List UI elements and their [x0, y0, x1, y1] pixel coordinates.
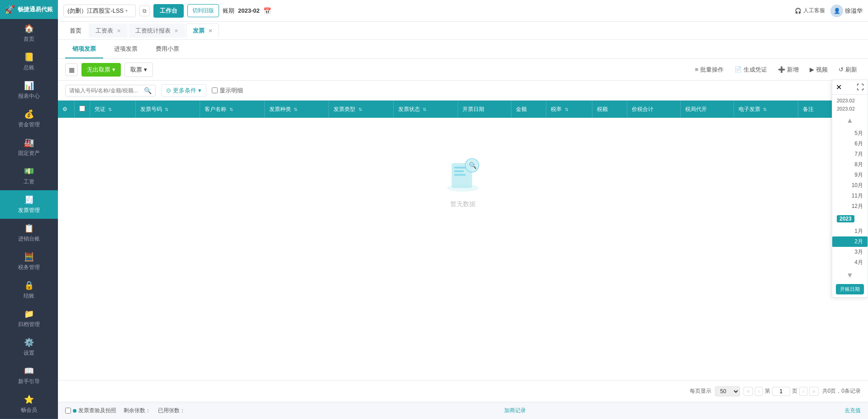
sidebar-item-label: 资金管理 — [18, 121, 40, 129]
date-item-m3[interactable]: 3月 — [832, 247, 868, 257]
date-item-8[interactable]: 8月 — [832, 159, 868, 170]
sidebar-item-label: 畅会员 — [21, 406, 37, 414]
new-button[interactable]: ➕ 新增 — [774, 64, 802, 76]
show-detail-input[interactable] — [212, 87, 218, 93]
no-cancel-label: 无出取票 — [87, 66, 110, 74]
sidebar-item-funds[interactable]: 💰 资金管理 — [0, 105, 58, 133]
col-tax-rate[interactable]: 税率 ⇅ — [546, 101, 592, 118]
sidebar-item-payroll[interactable]: 💵 工资 — [0, 162, 58, 190]
page-label: 第 — [765, 387, 770, 395]
date-item-11[interactable]: 11月 — [832, 191, 868, 201]
date-item-7[interactable]: 7月 — [832, 149, 868, 159]
grid-icon-btn[interactable]: ▦ — [65, 63, 78, 76]
more-filter-label: 更多条件 — [173, 87, 196, 95]
show-detail-checkbox[interactable]: 显示明细 — [212, 87, 243, 95]
company-selector[interactable]: (勿删）江西股宝-LSS ▾ — [63, 5, 136, 17]
status-dot — [73, 409, 76, 413]
workspace-button[interactable]: 工作台 — [153, 4, 184, 18]
date-item-9[interactable]: 9月 — [832, 170, 868, 180]
sidebar-item-settings[interactable]: ⚙️ 设置 — [0, 333, 58, 361]
col-checkbox[interactable] — [74, 101, 90, 118]
date-item-5[interactable]: 5月 — [832, 128, 868, 139]
date-item-m2[interactable]: 2月 — [832, 236, 868, 247]
table-wrapper[interactable]: ⚙ 凭证 ⇅ 发票号码 ⇅ 客户名称 ⇅ 发票种类 ⇅ 发票类型 ⇅ 发票状态 … — [58, 101, 868, 380]
sidebar-item-guide[interactable]: 📖 新手引导 — [0, 361, 58, 390]
date-item-2023-02-top2[interactable]: 2023.02 — [832, 105, 868, 113]
date-panel-down-arrow[interactable]: ▼ — [832, 270, 868, 281]
invoice-table: ⚙ 凭证 ⇅ 发票号码 ⇅ 客户名称 ⇅ 发票种类 ⇅ 发票类型 ⇅ 发票状态 … — [58, 101, 868, 118]
user-menu[interactable]: 👤 徐溢华 — [830, 5, 863, 17]
prev-page-btn[interactable]: ‹ — [755, 387, 763, 396]
tab-close-invoice[interactable]: ✕ — [208, 28, 212, 34]
date-item-10[interactable]: 10月 — [832, 180, 868, 191]
history-link[interactable]: 加商记录 — [504, 407, 526, 414]
page-number-input[interactable] — [772, 387, 790, 396]
sidebar-item-sales[interactable]: 📋 进销台账 — [0, 219, 58, 247]
col-e-invoice[interactable]: 电子发票 ⇅ — [734, 101, 798, 118]
col-invoice-no[interactable]: 发票号码 ⇅ — [135, 101, 200, 118]
generate-cert-button[interactable]: 📄 生成凭证 — [731, 64, 771, 76]
verify-checkbox[interactable] — [65, 408, 71, 414]
more-filter-button[interactable]: ⊙ 更多条件 ▾ — [161, 84, 206, 97]
select-all-checkbox[interactable] — [79, 106, 85, 111]
subtab-expense-receipt[interactable]: 费用小票 — [148, 40, 186, 58]
topbar: (勿删）江西股宝-LSS ▾ ⧉ 工作台 切到旧版 账期 2023-02 📅 🎧… — [58, 0, 868, 22]
tab-payroll-stats[interactable]: 工资统计报表 ✕ — [129, 24, 185, 38]
open-period-button[interactable]: 开账日期 — [836, 284, 864, 294]
current-year-label[interactable]: 2023 — [832, 213, 868, 224]
next-page-btn[interactable]: › — [799, 387, 807, 396]
last-page-btn[interactable]: » — [809, 387, 819, 396]
page-size-select[interactable]: 20 50 100 — [715, 386, 740, 396]
date-panel-close-btn[interactable]: ✕ — [836, 83, 842, 92]
date-item-12[interactable]: 12月 — [832, 201, 868, 212]
col-invoice-type[interactable]: 发票种类 ⇅ — [264, 101, 329, 118]
col-customer[interactable]: 客户名称 ⇅ — [200, 101, 264, 118]
col-cert[interactable]: 凭证 ⇅ — [90, 101, 135, 118]
date-panel-up-arrow[interactable]: ▲ — [832, 115, 868, 126]
date-item-m4[interactable]: 4月 — [832, 257, 868, 268]
sidebar-item-reports[interactable]: 📊 报表中心 — [0, 76, 58, 105]
tab-payroll[interactable]: 工资表 ✕ — [89, 24, 128, 38]
sidebar-logo[interactable]: 🚀 畅捷通易代账 — [0, 0, 58, 19]
search-input[interactable] — [69, 87, 141, 94]
sidebar-item-tax[interactable]: 🧮 税务管理 — [0, 247, 58, 276]
date-panel-expand-btn[interactable]: ⛶ — [857, 83, 864, 92]
subtab-sales-invoice[interactable]: 销项发票 — [65, 40, 103, 58]
date-item-m1[interactable]: 1月 — [832, 226, 868, 236]
batch-op-label: 批量操作 — [700, 66, 724, 74]
sidebar-item-home[interactable]: 🏠 首页 — [0, 19, 58, 48]
home-icon: 🏠 — [24, 24, 34, 34]
check-verify-btn[interactable]: 发票查验及拍照 — [65, 407, 116, 414]
tab-close-payroll[interactable]: ✕ — [117, 28, 121, 34]
date-label: 2023.02 — [837, 106, 855, 111]
sidebar-item-assets[interactable]: 🏭 固定资产 — [0, 133, 58, 162]
col-invoice-status[interactable]: 发票状态 ⇅ — [393, 101, 458, 118]
subtab-purchase-invoice[interactable]: 进项发票 — [107, 40, 145, 58]
filterbar: 🔍 ⊙ 更多条件 ▾ 显示明细 — [58, 81, 868, 101]
video-button[interactable]: ▶ 视频 — [806, 64, 831, 76]
switch-version-button[interactable]: 切到旧版 — [187, 4, 219, 17]
date-item-6[interactable]: 6月 — [832, 139, 868, 149]
sidebar-item-archive[interactable]: 📁 归档管理 — [0, 304, 58, 333]
support-button[interactable]: 🎧 人工客服 — [795, 7, 825, 14]
first-page-btn[interactable]: « — [744, 387, 753, 396]
tab-close-payroll-stats[interactable]: ✕ — [174, 28, 178, 34]
search-icon[interactable]: 🔍 — [144, 87, 152, 94]
refresh-button[interactable]: ↺ 刷新 — [835, 64, 861, 76]
take-ticket-button[interactable]: 取票 ▾ — [124, 63, 153, 77]
tab-home[interactable]: 首页 — [63, 24, 88, 38]
col-settings[interactable]: ⚙ — [58, 101, 74, 118]
col-invoice-category[interactable]: 发票类型 ⇅ — [329, 101, 393, 118]
sidebar-item-close[interactable]: 🔒 结账 — [0, 276, 58, 304]
sort-invoice-status-icon: ⇅ — [423, 107, 426, 112]
no-cancel-button[interactable]: 无出取票 ▾ — [81, 63, 121, 77]
tab-invoice[interactable]: 发票 ✕ — [186, 24, 219, 38]
batch-op-button[interactable]: ≡ 批量操作 — [691, 64, 727, 76]
recharge-link[interactable]: 去充值 — [844, 407, 861, 414]
sidebar-item-member[interactable]: ⭐ 畅会员 — [0, 390, 58, 419]
sidebar-item-ledger[interactable]: 📒 总账 — [0, 48, 58, 76]
sidebar-item-invoice[interactable]: 🧾 发票管理 — [0, 190, 58, 219]
copy-button[interactable]: ⧉ — [139, 5, 150, 16]
tax-icon: 🧮 — [24, 252, 34, 262]
date-item-2023-02-top1[interactable]: 2023.02 — [832, 96, 868, 105]
